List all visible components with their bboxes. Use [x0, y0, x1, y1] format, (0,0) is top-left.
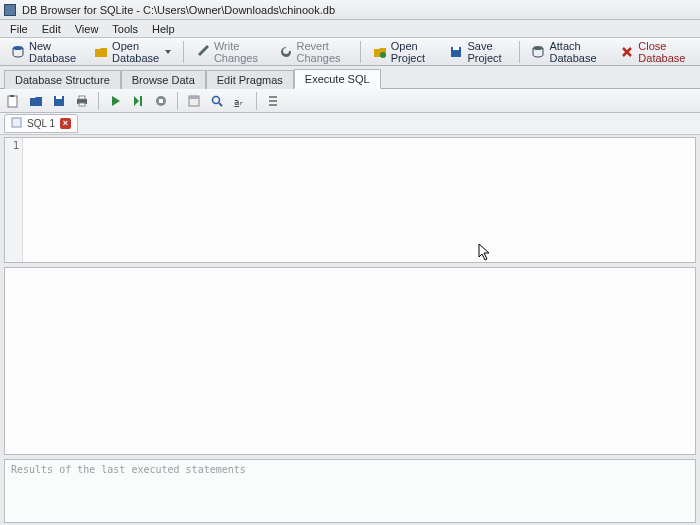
- indent-button[interactable]: [264, 92, 282, 110]
- main-tab-bar: Database Structure Browse Data Edit Prag…: [0, 66, 700, 89]
- log-placeholder: Results of the last executed statements: [11, 464, 246, 475]
- svg-rect-16: [140, 96, 142, 106]
- toolbar-separator: [360, 41, 361, 63]
- stop-button[interactable]: [152, 92, 170, 110]
- find-replace-button[interactable]: a̲ᵣ: [231, 92, 249, 110]
- close-database-icon: [620, 45, 634, 59]
- svg-point-4: [533, 46, 543, 50]
- window-title: DB Browser for SQLite - C:\Users\Owner\D…: [22, 4, 335, 16]
- sql-editor-pane[interactable]: 1: [4, 137, 696, 263]
- write-changes-label: Write Changes: [214, 40, 261, 64]
- svg-rect-12: [79, 96, 85, 99]
- svg-rect-3: [453, 47, 459, 50]
- svg-rect-13: [79, 103, 85, 106]
- editor-gutter: 1: [5, 138, 23, 262]
- attach-database-icon: [531, 45, 545, 59]
- toolbar-separator: [183, 41, 184, 63]
- svg-rect-20: [189, 96, 199, 99]
- revert-changes-button[interactable]: Revert Changes: [271, 36, 357, 68]
- toolbar-separator: [177, 92, 178, 110]
- main-toolbar: New Database Open Database Write Changes…: [0, 38, 700, 66]
- svg-rect-10: [56, 96, 62, 99]
- find-button[interactable]: [208, 92, 226, 110]
- svg-point-1: [380, 52, 386, 58]
- svg-rect-18: [159, 99, 163, 103]
- title-bar: DB Browser for SQLite - C:\Users\Owner\D…: [0, 0, 700, 20]
- svg-line-22: [219, 103, 222, 106]
- open-database-button[interactable]: Open Database: [86, 36, 179, 68]
- sql-toolbar: a̲ᵣ: [0, 89, 700, 113]
- execute-all-button[interactable]: [106, 92, 124, 110]
- save-results-button[interactable]: [185, 92, 203, 110]
- open-sql-file-button[interactable]: [27, 92, 45, 110]
- new-database-icon: [11, 45, 25, 59]
- sql-tab-label: SQL 1: [27, 118, 55, 129]
- line-number-1: 1: [5, 140, 19, 151]
- svg-point-0: [13, 46, 23, 50]
- svg-rect-7: [8, 96, 17, 107]
- tab-database-structure[interactable]: Database Structure: [4, 70, 121, 89]
- revert-changes-icon: [279, 45, 293, 59]
- close-sql-tab-button[interactable]: ×: [60, 118, 71, 129]
- results-pane[interactable]: [4, 267, 696, 455]
- svg-text:a̲ᵣ: a̲ᵣ: [234, 97, 243, 107]
- attach-database-label: Attach Database: [549, 40, 602, 64]
- close-database-button[interactable]: Close Database: [612, 36, 697, 68]
- tab-edit-pragmas[interactable]: Edit Pragmas: [206, 70, 294, 89]
- chevron-down-icon: [165, 50, 171, 54]
- menu-view[interactable]: View: [69, 22, 105, 36]
- attach-database-button[interactable]: Attach Database: [523, 36, 610, 68]
- svg-rect-8: [10, 95, 14, 97]
- sql-tab-icon: [11, 117, 22, 130]
- save-project-label: Save Project: [467, 40, 506, 64]
- svg-rect-27: [12, 118, 21, 127]
- toolbar-separator: [256, 92, 257, 110]
- tab-browse-data[interactable]: Browse Data: [121, 70, 206, 89]
- open-project-button[interactable]: Open Project: [365, 36, 440, 68]
- new-database-label: New Database: [29, 40, 76, 64]
- save-project-icon: [449, 45, 463, 59]
- svg-point-21: [213, 96, 220, 103]
- log-pane[interactable]: Results of the last executed statements: [4, 459, 696, 523]
- open-project-label: Open Project: [391, 40, 432, 64]
- new-sql-tab-button[interactable]: [4, 92, 22, 110]
- mouse-cursor-icon: [478, 243, 492, 263]
- close-database-label: Close Database: [638, 40, 689, 64]
- menu-tools[interactable]: Tools: [106, 22, 144, 36]
- open-project-icon: [373, 45, 387, 59]
- save-sql-button[interactable]: [50, 92, 68, 110]
- write-changes-icon: [196, 45, 210, 59]
- toolbar-separator: [98, 92, 99, 110]
- execute-line-button[interactable]: [129, 92, 147, 110]
- sql-tab-1[interactable]: SQL 1 ×: [4, 114, 78, 133]
- toolbar-separator: [519, 41, 520, 63]
- open-database-label: Open Database: [112, 40, 159, 64]
- tab-execute-sql[interactable]: Execute SQL: [294, 69, 381, 89]
- menu-help[interactable]: Help: [146, 22, 181, 36]
- write-changes-button[interactable]: Write Changes: [188, 36, 269, 68]
- svg-marker-15: [134, 96, 139, 106]
- menu-file[interactable]: File: [4, 22, 34, 36]
- app-icon: [4, 4, 16, 16]
- new-database-button[interactable]: New Database: [3, 36, 84, 68]
- sql-tab-bar: SQL 1 ×: [0, 113, 700, 135]
- menu-edit[interactable]: Edit: [36, 22, 67, 36]
- sql-panes: 1 Results of the last executed statement…: [0, 135, 700, 525]
- save-project-button[interactable]: Save Project: [441, 36, 514, 68]
- open-database-icon: [94, 45, 108, 59]
- revert-changes-label: Revert Changes: [297, 40, 349, 64]
- svg-marker-14: [112, 96, 120, 106]
- print-button[interactable]: [73, 92, 91, 110]
